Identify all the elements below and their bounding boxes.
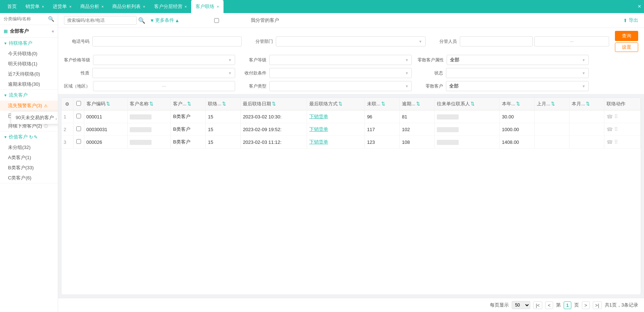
close-tab-sales[interactable]: × bbox=[42, 4, 44, 9]
customer-grade-select[interactable]: ▼ bbox=[269, 55, 412, 65]
sort-method-icon[interactable]: ⇅ bbox=[338, 101, 342, 106]
row-unlink-1: 117 bbox=[365, 123, 399, 136]
status-select[interactable]: ▼ bbox=[446, 68, 589, 78]
th-settings[interactable]: ⚙ bbox=[61, 98, 73, 110]
person-dots-btn[interactable]: ··· bbox=[534, 36, 609, 46]
sort-year-icon[interactable]: ⇅ bbox=[516, 101, 520, 106]
dept-select[interactable]: ▼ bbox=[276, 36, 425, 46]
sidebar-item-7days[interactable]: 近7天待联络(0) bbox=[0, 69, 58, 79]
sidebar-item-churn-warning[interactable]: 流失预警客户(3) ⚠ bbox=[0, 101, 58, 111]
prev-page-btn[interactable]: < bbox=[545, 301, 553, 309]
close-all-tabs[interactable]: × bbox=[638, 3, 641, 10]
row-method-1[interactable]: 下销货单 bbox=[307, 123, 365, 136]
tab-analysis[interactable]: 商品分析 × bbox=[76, 0, 108, 13]
close-tab-purchase[interactable]: × bbox=[69, 4, 71, 9]
th-unlink: 未联...⇅ bbox=[365, 98, 399, 110]
settings-button[interactable]: 设置 bbox=[615, 42, 638, 52]
customer-type-arrow: ▼ bbox=[405, 84, 408, 88]
nature-select[interactable]: ▼ bbox=[92, 68, 235, 78]
contact-icon-2[interactable]: ☎ bbox=[607, 139, 613, 145]
tab-home[interactable]: 首页 bbox=[3, 0, 21, 13]
sidebar-search-input[interactable] bbox=[4, 16, 48, 21]
phone-input[interactable] bbox=[92, 36, 242, 46]
tab-purchase[interactable]: 进货单 × bbox=[48, 0, 76, 13]
row-checkbox-0[interactable] bbox=[73, 110, 84, 123]
first-page-btn[interactable]: |< bbox=[533, 301, 542, 309]
sort-code-icon[interactable]: ⇅ bbox=[106, 101, 110, 106]
zero-attr-select[interactable]: 全部 ▼ bbox=[447, 55, 589, 65]
zero-customer-select[interactable]: 全部 ▼ bbox=[446, 81, 589, 91]
churn-tooltip: 90天未交易的客户，可能有流失风险。 bbox=[11, 111, 58, 124]
sidebar-item-c-class[interactable]: C类客户(6) bbox=[0, 173, 58, 183]
sort-type-icon[interactable]: ⇅ bbox=[187, 101, 191, 106]
sort-date-icon[interactable]: ⇅ bbox=[272, 101, 276, 106]
price-grade-select[interactable]: ▼ bbox=[93, 55, 235, 65]
collapse-sidebar-icon[interactable]: « bbox=[52, 29, 54, 34]
edit-icon[interactable]: ✎ bbox=[34, 134, 38, 140]
contact-icon-1[interactable]: ☎ bbox=[607, 126, 613, 132]
my-customers-checkbox[interactable] bbox=[184, 18, 249, 23]
sidebar-item-a-class[interactable]: A类客户(1) bbox=[0, 153, 58, 163]
row-checkbox-1[interactable] bbox=[73, 123, 84, 136]
search-input[interactable] bbox=[64, 16, 137, 25]
last-page-btn[interactable]: >| bbox=[593, 301, 602, 309]
sidebar-item-today[interactable]: 今天待联络(0) bbox=[0, 49, 58, 59]
filter-person: 分管人员 ··· bbox=[431, 36, 609, 46]
sort-contact-icon[interactable]: ⇅ bbox=[222, 101, 226, 106]
filter-row-4: 区域（地区） ··· 客户类型 ▼ 零散客户 全部 ▼ bbox=[64, 81, 638, 91]
row-unlink-0: 96 bbox=[365, 110, 399, 123]
sidebar-item-b-class[interactable]: B类客户(33) bbox=[0, 163, 58, 173]
more-action-icon-0[interactable]: ⠿ bbox=[614, 114, 618, 119]
group-lost-title[interactable]: ▼ 流失客户 bbox=[0, 90, 58, 101]
page-size-select[interactable]: 50 100 200 bbox=[512, 301, 530, 309]
sidebar-item-overdue[interactable]: 逾期未联络(30) bbox=[0, 79, 58, 89]
row-checkbox-2[interactable] bbox=[73, 136, 84, 149]
arrow-icon2: ▼ bbox=[4, 93, 7, 97]
sort-overdue-icon[interactable]: ⇅ bbox=[416, 101, 420, 106]
dept-select-arrow: ▼ bbox=[419, 40, 422, 44]
row-liaison-0 bbox=[435, 110, 500, 123]
more-conditions-button[interactable]: ▼ 更多条件 ▲ bbox=[150, 17, 180, 24]
refresh-icon[interactable]: ↻ bbox=[29, 134, 33, 140]
tab-customer-mgmt[interactable]: 客户分层经营 × bbox=[150, 0, 191, 13]
sidebar-item-unclassified[interactable]: 未分组(32) bbox=[0, 142, 58, 153]
close-tab-customer-mgmt[interactable]: × bbox=[185, 4, 187, 9]
row-date-1: 2023-02-09 19:52: bbox=[241, 123, 307, 136]
group-value-title[interactable]: ▼ 价值客户 ↻ ✎ bbox=[0, 131, 58, 142]
query-button[interactable]: 查询 bbox=[615, 31, 638, 41]
more-action-icon-1[interactable]: ⠿ bbox=[614, 126, 618, 132]
sidebar-item-tomorrow[interactable]: 明天待联络(1) bbox=[0, 59, 58, 69]
sidebar-search-area: 🔍 bbox=[0, 13, 58, 25]
tab-analysis-list[interactable]: 商品分析列表 × bbox=[108, 0, 149, 13]
sort-name-icon[interactable]: ⇅ bbox=[149, 101, 153, 106]
th-code: 客户编码⇅ bbox=[84, 98, 127, 110]
sort-lmonth-icon[interactable]: ⇅ bbox=[551, 101, 555, 106]
person-select[interactable] bbox=[460, 36, 533, 46]
row-method-0[interactable]: 下销货单 bbox=[307, 110, 365, 123]
select-all-checkbox[interactable] bbox=[76, 101, 81, 106]
th-checkbox[interactable] bbox=[73, 98, 84, 110]
export-button[interactable]: ⬆ 导出 bbox=[623, 17, 638, 24]
sort-unlink-icon[interactable]: ⇅ bbox=[381, 101, 385, 106]
sidebar-all-customers[interactable]: ⊞ 全部客户 « bbox=[0, 25, 58, 38]
info-icon2: ⓘ bbox=[44, 124, 48, 128]
next-page-btn[interactable]: > bbox=[582, 301, 590, 309]
group-pending-title[interactable]: ▼ 待联络客户 bbox=[0, 38, 58, 49]
close-tab-customer-contact[interactable]: × bbox=[217, 4, 219, 9]
close-tab-analysis-list[interactable]: × bbox=[143, 4, 145, 9]
tab-customer-contact[interactable]: 客户联络 × bbox=[191, 0, 223, 13]
row-method-2[interactable]: 下销货单 bbox=[307, 136, 365, 149]
payment-select[interactable]: ▼ bbox=[269, 68, 412, 78]
row-name-2 bbox=[127, 136, 170, 149]
close-tab-analysis[interactable]: × bbox=[101, 4, 104, 9]
contact-icon-0[interactable]: ☎ bbox=[607, 114, 613, 119]
customer-type-select[interactable]: ▼ bbox=[269, 81, 412, 91]
tab-sales[interactable]: 销货单 × bbox=[21, 0, 48, 13]
search-button[interactable]: 🔍 bbox=[138, 17, 145, 24]
more-action-icon-2[interactable]: ⠿ bbox=[614, 139, 618, 145]
sort-liaison-icon[interactable]: ⇅ bbox=[471, 101, 475, 106]
region-dots-btn[interactable]: ··· bbox=[93, 81, 235, 91]
my-customers-label[interactable]: 我分管的客户 bbox=[184, 17, 279, 24]
th-last-method: 最后联络方式⇅ bbox=[307, 98, 365, 110]
sort-tmonth-icon[interactable]: ⇅ bbox=[586, 101, 590, 106]
